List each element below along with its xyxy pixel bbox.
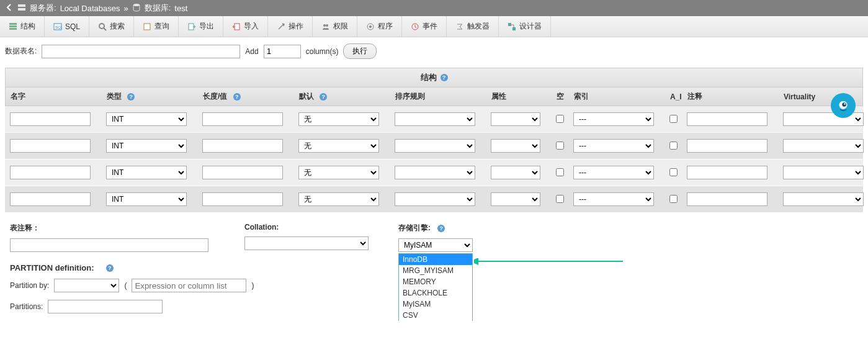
collation-select[interactable] [395,112,475,126]
collation-select[interactable] [244,236,369,250]
attributes-select[interactable] [491,112,540,126]
index-select[interactable]: --- [573,166,654,179]
db-link[interactable]: test [174,4,187,13]
null-checkbox[interactable] [556,195,564,203]
engine-option[interactable]: CSV [399,310,472,321]
col-default: 默认 ? [299,91,395,102]
default-select[interactable]: 无 [298,112,379,126]
comments-input[interactable] [687,166,767,179]
svg-rect-1 [18,8,25,11]
toolbar: 结构 SQLSQL 搜索 查询 导出 导入 操作 权限 程序 事件 触发器 设计… [0,16,868,37]
partition-by-select[interactable] [54,279,119,292]
back-arrow-icon[interactable] [5,3,14,14]
storage-engine-select[interactable]: MyISAM [398,238,473,252]
tab-structure[interactable]: 结构 [0,16,45,37]
add-count-input[interactable] [264,45,301,58]
virtuality-select[interactable] [783,139,864,153]
engine-option[interactable]: MEMORY [399,276,472,287]
engine-option[interactable]: MyISAM [399,299,472,310]
col-ai: A_I [670,91,687,102]
svg-point-15 [369,25,372,28]
comments-input[interactable] [687,139,767,153]
svg-point-2 [133,4,140,6]
virtuality-select[interactable] [783,166,864,179]
default-select[interactable]: 无 [298,139,379,153]
col-length: 长度/值 ? [203,91,299,102]
comments-input[interactable] [687,112,767,126]
comments-input[interactable] [687,192,767,206]
columns-label: column(s) [306,47,339,56]
tab-privileges[interactable]: 权限 [313,16,357,37]
type-select[interactable]: INT [106,112,187,126]
null-checkbox[interactable] [556,142,564,150]
attributes-select[interactable] [491,139,540,153]
engine-option[interactable]: MRG_MYISAM [399,265,472,276]
length-input[interactable] [202,139,283,153]
name-input[interactable] [10,139,91,153]
tab-import[interactable]: 导入 [223,16,268,37]
default-select[interactable]: 无 [298,192,379,206]
index-select[interactable]: --- [573,112,654,126]
go-button[interactable]: 执行 [343,43,377,59]
tab-export[interactable]: 导出 [179,16,223,37]
tab-designer[interactable]: 设计器 [499,16,551,37]
tab-routines[interactable]: 程序 [357,16,402,37]
type-select[interactable]: INT [106,166,187,179]
tab-label: SQL [65,22,80,31]
attributes-select[interactable] [491,166,540,179]
collation-select[interactable] [395,166,475,179]
sql-icon: SQL [53,22,62,31]
tab-operations[interactable]: 操作 [268,16,313,37]
type-select[interactable]: INT [106,192,187,206]
tab-search[interactable]: 搜索 [89,16,134,37]
help-icon[interactable]: ? [320,93,327,101]
length-input[interactable] [202,112,283,126]
help-icon[interactable]: ? [437,225,445,232]
server-link[interactable]: Local Databases [60,4,120,13]
collation-select[interactable] [395,192,475,206]
partitions-input[interactable] [48,300,163,313]
col-virtuality: Virtuality [784,91,868,102]
index-select[interactable]: --- [573,139,654,153]
name-input[interactable] [10,192,91,206]
null-checkbox[interactable] [556,168,564,176]
null-checkbox[interactable] [556,115,564,123]
partition-expression-input[interactable] [132,279,246,292]
events-icon [411,22,419,31]
svg-rect-18 [512,27,516,30]
tab-label: 搜索 [110,21,125,32]
svg-rect-3 [9,23,17,25]
tab-query[interactable]: 查询 [134,16,179,37]
ai-checkbox[interactable] [669,142,678,150]
length-input[interactable] [202,166,283,179]
table-comment-input[interactable] [10,238,208,252]
table-meta: 表注释： Collation: 存储引擎: ? MyISAM InnoDB MR… [5,223,863,252]
help-icon[interactable]: ? [441,74,448,81]
ai-checkbox[interactable] [669,168,678,176]
table-rows: INT 无 --- INT 无 --- INT [5,106,863,213]
help-icon[interactable]: ? [106,264,114,272]
type-select[interactable]: INT [106,139,187,153]
engine-option[interactable]: BLACKHOLE [399,287,472,299]
tab-triggers[interactable]: 触发器 [447,16,499,37]
attributes-select[interactable] [491,192,540,206]
name-input[interactable] [10,166,91,179]
collation-select[interactable] [395,139,475,153]
table-name-input[interactable] [42,45,240,58]
add-columns-row: 数据表名: Add column(s) 执行 [5,43,863,59]
ai-checkbox[interactable] [669,115,678,123]
assistant-widget[interactable] [831,93,856,118]
svg-rect-11 [235,24,239,30]
engine-option[interactable]: InnoDB [399,254,472,265]
default-select[interactable]: 无 [298,166,379,179]
tab-sql[interactable]: SQLSQL [45,16,89,37]
index-select[interactable]: --- [573,192,654,206]
ai-checkbox[interactable] [669,195,678,203]
svg-point-12 [323,24,326,27]
length-input[interactable] [202,192,283,206]
help-icon[interactable]: ? [233,93,241,101]
name-input[interactable] [10,112,91,126]
help-icon[interactable]: ? [127,93,135,101]
tab-events[interactable]: 事件 [402,16,447,37]
virtuality-select[interactable] [783,192,864,206]
